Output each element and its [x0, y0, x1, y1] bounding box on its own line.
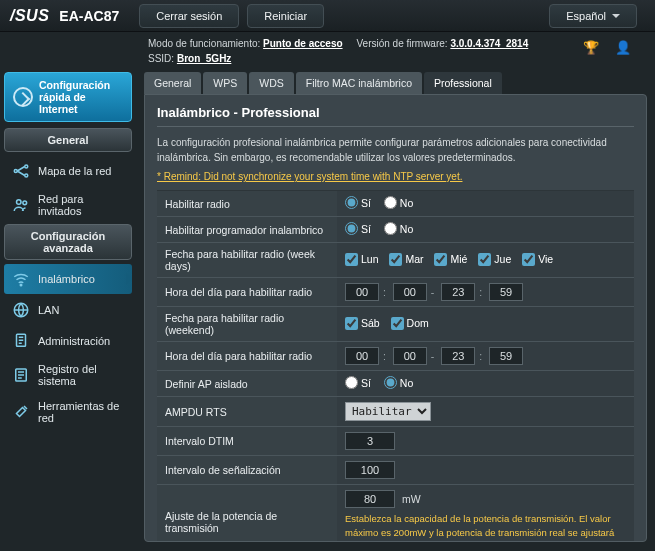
section-general: General	[4, 128, 132, 152]
time-wknd-h1[interactable]	[345, 347, 379, 365]
day-mon[interactable]: Lun	[345, 253, 379, 266]
network-tools-icon	[12, 403, 30, 421]
info-bar: Modo de funcionamiento: Punto de acceso …	[0, 32, 655, 72]
svg-point-2	[25, 174, 28, 177]
row-time-week-label: Hora del día para habilitar radio	[157, 278, 337, 307]
txpower-unit: mW	[402, 493, 421, 505]
enable-sched-yes[interactable]: Sí	[345, 222, 371, 235]
beacon-input[interactable]	[345, 461, 395, 479]
dtim-input[interactable]	[345, 432, 395, 450]
tab-general[interactable]: General	[144, 72, 201, 94]
panel-title: Inalámbrico - Professional	[157, 105, 634, 120]
ntp-remind-link[interactable]: * Remind: Did not synchronize your syste…	[157, 171, 634, 182]
sidebar-item-administration[interactable]: Administración	[4, 326, 132, 356]
section-advanced: Configuración avanzada	[4, 224, 132, 260]
model-label: EA-AC87	[59, 8, 119, 24]
ampdu-select[interactable]: Habilitar	[345, 402, 431, 421]
language-button[interactable]: Español	[549, 4, 637, 28]
qis-label: Configuración rápida de Internet	[39, 79, 123, 115]
row-isolated-label: Definir AP aislado	[157, 371, 337, 397]
isolated-yes[interactable]: Sí	[345, 376, 371, 389]
time-wknd-h2[interactable]	[441, 347, 475, 365]
row-beacon-label: Intervalo de señalización	[157, 456, 337, 485]
qis-icon	[13, 87, 33, 107]
administration-icon	[12, 332, 30, 350]
row-enable-scheduler-label: Habilitar programador inalambrico	[157, 217, 337, 243]
reboot-button[interactable]: Reiniciar	[247, 4, 324, 28]
txpower-input[interactable]	[345, 490, 395, 508]
row-txpower-label: Ajuste de la potencia de transmisión	[157, 485, 337, 543]
day-wed[interactable]: Mié	[434, 253, 467, 266]
isolated-no[interactable]: No	[384, 376, 413, 389]
svg-point-5	[20, 284, 22, 286]
row-date-weekend-label: Fecha para habilitar radio (weekend)	[157, 307, 337, 342]
trophy-icon[interactable]: 🏆	[583, 40, 605, 55]
svg-point-3	[17, 200, 22, 205]
sidebar-item-system-log[interactable]: Registro del sistema	[4, 357, 132, 393]
ssid-value[interactable]: Bron_5GHz	[177, 53, 231, 64]
day-fri[interactable]: Vie	[522, 253, 553, 266]
brand-logo: /SUS	[0, 7, 59, 25]
time-week-m2[interactable]	[489, 283, 523, 301]
tab-wds[interactable]: WDS	[249, 72, 294, 94]
user-icon[interactable]: 👤	[615, 40, 637, 55]
sidebar-item-network-map[interactable]: Mapa de la red	[4, 156, 132, 186]
tab-wps[interactable]: WPS	[203, 72, 247, 94]
sidebar-item-lan[interactable]: LAN	[4, 295, 132, 325]
row-ampdu-label: AMPDU RTS	[157, 397, 337, 427]
fw-label: Versión de firmware:	[356, 38, 447, 49]
ssid-label: SSID:	[148, 53, 174, 64]
tab-mac-filter[interactable]: Filtro MAC inalámbrico	[296, 72, 422, 94]
time-wknd-m1[interactable]	[393, 347, 427, 365]
svg-point-0	[14, 170, 17, 173]
day-sat[interactable]: Sáb	[345, 317, 380, 330]
panel-description: La configuración profesional inalámbrica…	[157, 135, 634, 165]
txpower-note: Establezca la capacidad de la potencia d…	[345, 512, 626, 542]
tab-professional[interactable]: Professional	[424, 72, 502, 94]
sidebar-item-network-tools[interactable]: Herramientas de red	[4, 394, 132, 430]
mode-value[interactable]: Punto de acceso	[263, 38, 342, 49]
lan-icon	[12, 301, 30, 319]
svg-point-1	[25, 165, 28, 168]
row-dtim-label: Intervalo DTIM	[157, 427, 337, 456]
fw-value[interactable]: 3.0.0.4.374_2814	[450, 38, 528, 49]
row-enable-radio-label: Habilitar radio	[157, 191, 337, 217]
enable-radio-no[interactable]: No	[384, 196, 413, 209]
sidebar-item-wireless[interactable]: Inalámbrico	[4, 264, 132, 294]
guest-network-icon	[12, 196, 30, 214]
time-week-h1[interactable]	[345, 283, 379, 301]
day-sun[interactable]: Dom	[391, 317, 429, 330]
time-wknd-m2[interactable]	[489, 347, 523, 365]
logout-button[interactable]: Cerrar sesión	[139, 4, 239, 28]
wireless-icon	[12, 270, 30, 288]
day-thu[interactable]: Jue	[478, 253, 511, 266]
row-date-week-label: Fecha para habilitar radio (week days)	[157, 243, 337, 278]
row-time-weekend-label: Hora del día para habilitar radio	[157, 342, 337, 371]
day-tue[interactable]: Mar	[389, 253, 423, 266]
time-week-h2[interactable]	[441, 283, 475, 301]
network-map-icon	[12, 162, 30, 180]
mode-label: Modo de funcionamiento:	[148, 38, 260, 49]
enable-sched-no[interactable]: No	[384, 222, 413, 235]
enable-radio-yes[interactable]: Sí	[345, 196, 371, 209]
svg-point-4	[23, 201, 27, 205]
time-week-m1[interactable]	[393, 283, 427, 301]
system-log-icon	[12, 366, 30, 384]
sidebar-item-guest-network[interactable]: Red para invitados	[4, 187, 132, 223]
quick-internet-setup[interactable]: Configuración rápida de Internet	[4, 72, 132, 122]
